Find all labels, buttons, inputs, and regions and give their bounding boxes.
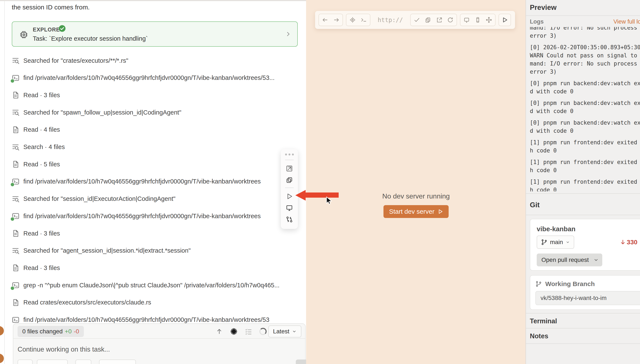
explore-task-text: Task: `Explore executor session handling… xyxy=(33,35,148,42)
log-line: h code 0 xyxy=(530,146,640,154)
check-icon[interactable] xyxy=(414,17,420,23)
base-branch-dropdown[interactable]: main xyxy=(537,236,574,249)
success-dot xyxy=(10,79,15,83)
open-external-icon[interactable] xyxy=(436,17,442,23)
mobile-icon[interactable] xyxy=(475,17,481,23)
logs-output[interactable]: mand: I/O error: No such processerror 3)… xyxy=(530,27,640,192)
composer-status-row: 0 files changed +0 -0 xyxy=(13,324,305,338)
git-compare-icon[interactable] xyxy=(286,216,293,223)
timeline-item[interactable]: Searched for "crates/executors/**/*.rs" xyxy=(12,54,128,67)
timeline-item-text: find /private/var/folders/10/h7w0q46556g… xyxy=(23,316,269,323)
timeline-item-text: Read · 3 files xyxy=(23,230,60,237)
log-line: h code 0 xyxy=(530,166,640,174)
terminal-icon xyxy=(12,178,20,186)
annotation-arrow-head xyxy=(295,190,306,201)
copy-stack-icon[interactable] xyxy=(286,176,293,184)
timeline-item[interactable]: grep -n "^pub enum ClaudeJson\|^pub stru… xyxy=(12,279,279,292)
terminal-icon xyxy=(12,212,20,220)
target-icon[interactable] xyxy=(349,17,356,23)
composer-action-button[interactable] xyxy=(99,360,136,364)
timeline-item[interactable]: Read · 5 files xyxy=(12,158,60,171)
inspect-button-group xyxy=(346,14,370,26)
divider xyxy=(526,16,640,16)
back-icon[interactable] xyxy=(322,17,328,23)
working-branch-value[interactable]: vk/5388-hey-i-want-to-im xyxy=(535,291,640,305)
move-icon[interactable] xyxy=(486,17,492,23)
timeline-item-text: Read · 3 files xyxy=(23,264,60,272)
git-section-title: Git xyxy=(530,201,540,209)
version-label: Latest xyxy=(273,328,289,335)
open-pull-request-button[interactable]: Open pull request xyxy=(537,254,593,266)
timeline-item[interactable]: Searched for "session_id|ExecutorAction|… xyxy=(12,192,176,205)
pr-options-dropdown[interactable] xyxy=(590,254,602,266)
logs-label: Logs xyxy=(530,18,544,25)
files-changed-badge[interactable]: 0 files changed +0 -0 xyxy=(18,326,84,337)
composer-action-button[interactable] xyxy=(18,360,33,364)
timeline-item-text: grep -n "^pub enum ClaudeJson\|^pub stru… xyxy=(23,282,279,289)
log-line: [1] pnpm run frontend:dev exited xyxy=(530,178,640,186)
start-dev-server-button[interactable]: Start dev server xyxy=(384,205,449,218)
chevron-down-icon xyxy=(566,240,570,244)
divider xyxy=(526,193,640,194)
burst-asterisk-icon[interactable] xyxy=(230,328,237,335)
timeline-item[interactable]: Searched for "agent_session_id|session.*… xyxy=(12,244,191,257)
floating-tool-palette[interactable] xyxy=(281,149,298,229)
terminal-icon xyxy=(12,74,20,82)
play-icon[interactable] xyxy=(502,17,508,23)
composer-action-button[interactable] xyxy=(76,360,91,364)
chevron-right-icon xyxy=(285,31,291,37)
nav-button-group xyxy=(318,14,343,26)
screenshot-diff-icon[interactable] xyxy=(286,165,293,172)
play-icon xyxy=(437,209,443,214)
console-icon[interactable] xyxy=(361,17,367,23)
timeline-item[interactable]: Searched for "spawn_follow_up|session_id… xyxy=(12,106,181,119)
timeline-item[interactable]: find /private/var/folders/10/h7w0q46556g… xyxy=(12,210,261,222)
timeline-item[interactable]: find /private/var/folders/10/h7w0q46556g… xyxy=(12,72,274,84)
timeline-item-text: find /private/var/folders/10/h7w0q46556g… xyxy=(23,178,261,185)
timeline-item[interactable]: Read crates/executors/src/executors/clau… xyxy=(12,296,151,309)
timeline-item[interactable]: Search · 4 files xyxy=(12,141,65,154)
composer-card: 0 files changed +0 -0 xyxy=(13,323,306,364)
left-edge-orange-button[interactable] xyxy=(0,326,4,336)
view-full-logs-link[interactable]: View full logs xyxy=(613,18,640,25)
timeline-item[interactable]: Read · 4 files xyxy=(12,123,60,136)
conversation-panel: the session ID comes from. EXPLORE Task:… xyxy=(5,1,306,364)
notes-section-header[interactable]: Notes xyxy=(530,332,548,340)
timeline-item-text: Searched for "session_id|ExecutorAction|… xyxy=(23,195,176,202)
timeline-item[interactable]: find /private/var/folders/10/h7w0q46556g… xyxy=(12,175,261,188)
app-window: the session ID comes from. EXPLORE Task:… xyxy=(0,0,640,364)
forward-icon[interactable] xyxy=(333,17,340,23)
preview-viewport: http:// xyxy=(306,0,526,364)
timeline-item-text: Search · 4 files xyxy=(23,144,65,150)
browser-toolbar: http:// xyxy=(315,11,515,29)
desktop-icon[interactable] xyxy=(463,17,470,23)
arrow-down-icon xyxy=(620,239,626,245)
assistant-message-text: the session ID comes from. xyxy=(12,4,90,11)
composer-action-button[interactable] xyxy=(37,360,68,364)
scroll-to-top-icon[interactable] xyxy=(216,328,223,335)
file-icon xyxy=(12,299,20,306)
message-input[interactable]: Continue working on this task... xyxy=(18,346,110,353)
divider xyxy=(526,344,640,344)
timeline-item[interactable]: Read · 3 files xyxy=(12,262,60,274)
timeline-item-text: Read · 4 files xyxy=(23,126,60,133)
behind-count: 330 xyxy=(627,238,637,246)
version-dropdown[interactable]: Latest xyxy=(268,326,301,338)
timeline-item[interactable]: Read · 3 files xyxy=(12,89,60,102)
terminal-section-header[interactable]: Terminal xyxy=(530,317,557,325)
url-field[interactable]: http:// xyxy=(378,16,403,24)
timeline-item[interactable]: Read · 3 files xyxy=(12,227,60,240)
refresh-icon[interactable] xyxy=(447,17,454,23)
file-icon xyxy=(12,230,20,237)
log-line: [1] pnpm run frontend:dev exited xyxy=(530,158,640,166)
play-icon[interactable] xyxy=(286,193,293,200)
checklist-icon[interactable] xyxy=(245,328,252,335)
copy-icon[interactable] xyxy=(425,17,431,23)
file-icon xyxy=(12,264,20,272)
preview-section-title: Preview xyxy=(530,4,557,12)
drag-handle-icon[interactable] xyxy=(285,154,294,156)
monitor-icon[interactable] xyxy=(286,204,293,212)
explore-task-card[interactable]: EXPLORE Task: `Explore executor session … xyxy=(12,22,298,47)
log-line: [0] pnpm run backend:dev:watch ex xyxy=(530,118,640,127)
left-edge-orange-button[interactable] xyxy=(0,354,4,363)
